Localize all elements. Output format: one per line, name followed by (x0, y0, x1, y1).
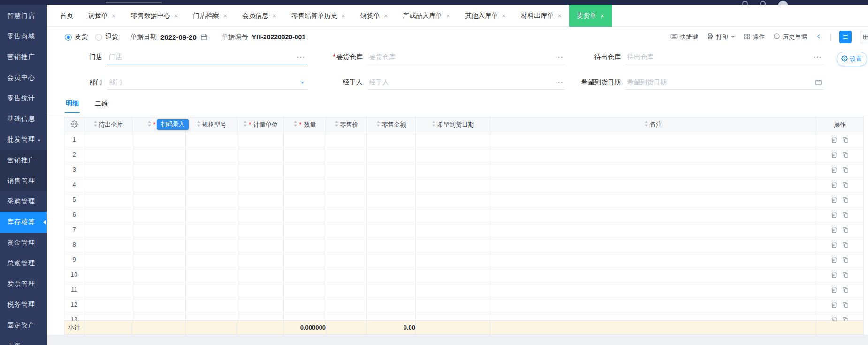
grid-cell-out-warehouse[interactable] (84, 282, 132, 297)
sidebar-item-funds-mgmt[interactable]: 资金管理 (0, 232, 47, 253)
radio-return[interactable]: 退货 (95, 33, 118, 41)
delete-row-icon[interactable] (831, 256, 838, 263)
copy-row-icon[interactable] (842, 286, 849, 293)
grid-cell-retail-amount[interactable] (367, 312, 416, 321)
grid-cell-remark[interactable] (490, 252, 816, 267)
grid-cell-spec-model[interactable] (186, 207, 237, 222)
close-icon[interactable]: × (600, 12, 604, 19)
delete-row-icon[interactable] (831, 226, 838, 233)
grid-cell-unit[interactable] (237, 282, 284, 297)
copy-row-icon[interactable] (842, 136, 849, 143)
grid-cell-unit[interactable] (237, 222, 284, 237)
sort-icon[interactable] (335, 121, 339, 128)
copy-row-icon[interactable] (842, 151, 849, 158)
grid-cell-quantity[interactable] (284, 177, 326, 192)
grid-cell-unit[interactable] (237, 252, 284, 267)
column-header-unit[interactable]: *计量单位 (237, 117, 284, 132)
grid-cell-expected-date[interactable] (416, 132, 490, 147)
grid-cell-spec-model[interactable] (186, 267, 237, 282)
close-icon[interactable]: × (341, 12, 345, 19)
radio-request[interactable]: 要货 (65, 33, 88, 41)
operate-button[interactable]: 操作 (744, 33, 765, 41)
sort-icon[interactable] (197, 121, 201, 128)
grid-cell-remark[interactable] (490, 192, 816, 207)
grid-cell-unit[interactable] (237, 192, 284, 207)
tab-finished-goods-inbound[interactable]: 产成品入库单× (396, 5, 458, 27)
calendar-icon[interactable] (815, 79, 822, 86)
grid-cell-out-warehouse[interactable] (84, 297, 132, 312)
grid-cell-product[interactable] (132, 162, 186, 177)
sidebar-item-invoice-mgmt[interactable]: 发票管理 (0, 274, 47, 294)
grid-cell-remark[interactable] (490, 267, 816, 282)
shortcut-keys-button[interactable]: 快捷键 (670, 33, 698, 41)
sidebar-item-wholesale-mgmt[interactable]: 批发管理▲ (0, 129, 47, 150)
grid-cell-out-warehouse[interactable] (84, 267, 132, 282)
delete-row-icon[interactable] (831, 166, 838, 173)
grid-cell-retail-amount[interactable] (367, 252, 416, 267)
sort-icon[interactable] (293, 121, 297, 128)
grid-cell-product[interactable] (132, 252, 186, 267)
grid-cell-expected-date[interactable] (416, 207, 490, 222)
grid-cell-retail-amount[interactable] (367, 267, 416, 282)
grid-cell-out-warehouse[interactable] (84, 207, 132, 222)
grid-cell-expected-date[interactable] (416, 252, 490, 267)
scan-entry-badge[interactable]: 扫码录入 (157, 119, 189, 130)
grid-cell-remark[interactable] (490, 177, 816, 192)
grid-cell-expected-date[interactable] (416, 267, 490, 282)
grid-cell-remark[interactable] (490, 132, 816, 147)
grid-cell-spec-model[interactable] (186, 282, 237, 297)
grid-cell-spec-model[interactable] (186, 177, 237, 192)
grid-cell-retail-price[interactable] (326, 237, 367, 252)
grid-cell-spec-model[interactable] (186, 297, 237, 312)
grid-cell-product[interactable] (132, 222, 186, 237)
handler-input[interactable]: 经手人··· (367, 75, 565, 90)
grid-cell-product[interactable] (132, 177, 186, 192)
grid-cell-retail-price[interactable] (326, 312, 367, 321)
calendar-icon[interactable] (200, 33, 208, 41)
sidebar-item-inventory-accounting[interactable]: 库存核算 (0, 212, 47, 232)
grid-cell-out-warehouse[interactable] (84, 252, 132, 267)
grid-cell-out-warehouse[interactable] (84, 192, 132, 207)
grid-cell-retail-price[interactable] (326, 297, 367, 312)
out-warehouse-input[interactable]: 待出仓库··· (625, 50, 824, 64)
sort-icon[interactable] (147, 121, 152, 128)
grid-cell-unit[interactable] (237, 312, 284, 321)
grid-cell-retail-amount[interactable] (367, 222, 416, 237)
column-header-spec-model[interactable]: 规格型号 (186, 117, 237, 132)
grid-cell-unit[interactable] (237, 177, 284, 192)
grid-cell-out-warehouse[interactable] (84, 177, 132, 192)
grid-cell-expected-date[interactable] (416, 147, 490, 162)
grid-cell-unit[interactable] (237, 267, 284, 282)
grid-cell-spec-model[interactable] (186, 237, 237, 252)
grid-cell-expected-date[interactable] (416, 162, 490, 177)
grid-cell-remark[interactable] (490, 207, 816, 222)
sidebar-item-member-center[interactable]: 会员中心 (0, 68, 47, 88)
grid-cell-out-warehouse[interactable] (84, 132, 132, 147)
grid-cell-spec-model[interactable] (186, 252, 237, 267)
table-view-button[interactable] (860, 31, 868, 43)
delete-row-icon[interactable] (831, 301, 838, 308)
grid-cell-quantity[interactable] (284, 147, 326, 162)
tab-other-inbound[interactable]: 其他入库单× (457, 5, 513, 27)
grid-cell-quantity[interactable] (284, 222, 326, 237)
sort-icon[interactable] (93, 121, 98, 128)
delete-row-icon[interactable] (831, 136, 838, 143)
chevron-down-icon[interactable] (299, 79, 305, 85)
tab-home[interactable]: 首页 (53, 5, 81, 27)
grid-cell-unit[interactable] (237, 162, 284, 177)
tab-requisition-order[interactable]: 要货单× (569, 5, 612, 27)
grid-cell-expected-date[interactable] (416, 237, 490, 252)
copy-row-icon[interactable] (842, 196, 849, 203)
avatar[interactable] (778, 1, 788, 5)
grid-cell-retail-price[interactable] (326, 147, 367, 162)
sidebar-item-general-ledger[interactable]: 总账管理 (0, 253, 47, 274)
grid-cell-unit[interactable] (237, 147, 284, 162)
grid-cell-retail-price[interactable] (326, 207, 367, 222)
grid-cell-quantity[interactable] (284, 132, 326, 147)
settings-button[interactable]: 设置 (837, 52, 867, 66)
grid-cell-product[interactable] (132, 282, 186, 297)
grid-cell-product[interactable] (132, 207, 186, 222)
sidebar-item-marketing[interactable]: 营销推广 (0, 47, 47, 68)
grid-cell-product[interactable] (132, 147, 186, 162)
grid-cell-product[interactable] (132, 297, 186, 312)
